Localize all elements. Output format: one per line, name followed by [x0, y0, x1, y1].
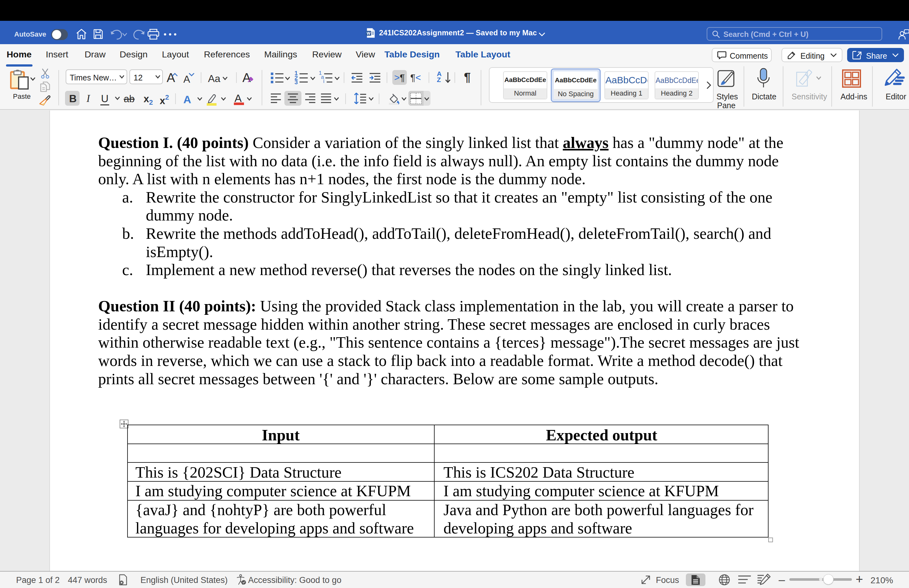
- svg-text:W: W: [367, 31, 370, 36]
